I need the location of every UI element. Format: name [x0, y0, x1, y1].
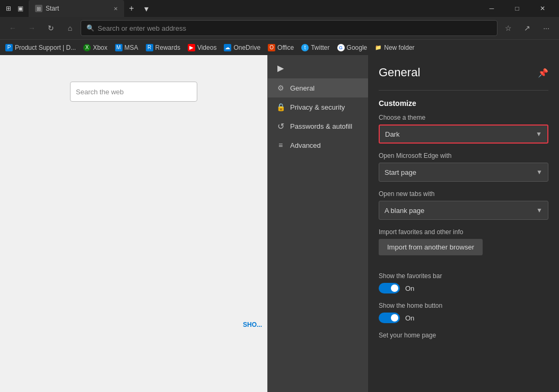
sidebar-item-privacy[interactable]: 🔒 Privacy & security [268, 97, 368, 117]
gear-icon: ⚙ [276, 84, 285, 92]
address-bar[interactable]: 🔍 Search or enter web address [81, 20, 497, 36]
title-bar-app-icons: ⊞ ▣ [4, 4, 24, 13]
fav-item-new-folder[interactable]: 📁 New folder [374, 44, 414, 51]
fav-label: Twitter [311, 44, 329, 51]
new-tab-label: Open new tabs with [379, 190, 548, 198]
chevron-down-icon: ▼ [536, 168, 543, 176]
fav-item-msa[interactable]: M MSA [115, 44, 138, 51]
maximize-button[interactable]: □ [505, 0, 529, 17]
fav-label: Product Support | D... [15, 44, 76, 51]
sidebar-item-label: General [290, 84, 315, 92]
tab-favicon: ⊞ [35, 5, 42, 12]
browser-content: Search the web SHO... [0, 55, 267, 392]
new-tab-value: A blank page [385, 207, 424, 215]
fav-item-videos[interactable]: ▶ Videos [188, 44, 216, 51]
search-box[interactable]: Search the web [70, 82, 197, 102]
advanced-icon: ≡ [276, 141, 285, 149]
theme-value: Dark [385, 130, 399, 138]
fav-item-google[interactable]: G Google [337, 44, 368, 51]
autofill-icon: ↺ [276, 122, 285, 130]
home-btn-toggle-row: On [379, 313, 548, 323]
home-btn-label: Show the home button [379, 302, 548, 309]
fav-item-twitter[interactable]: t Twitter [301, 44, 329, 51]
fav-favicon: G [337, 44, 345, 51]
open-with-select[interactable]: Start page ▼ [379, 163, 548, 182]
fav-favicon: P [5, 44, 13, 51]
address-text: Search or enter web address [98, 24, 186, 32]
import-browser-button[interactable]: Import from another browser [379, 239, 483, 255]
fav-label: OneDrive [233, 44, 260, 51]
fav-label: Videos [197, 44, 216, 51]
tab-label: Start [46, 5, 59, 12]
forward-button[interactable]: → [23, 20, 40, 37]
sidebar-item-passwords[interactable]: ↺ Passwords & autofill [268, 117, 368, 136]
customize-section-title: Customize [379, 99, 548, 108]
fav-item-xbox[interactable]: X Xbox [83, 44, 107, 51]
fav-label: Xbox [93, 44, 107, 51]
home-page-label: Set your home page [379, 332, 548, 339]
fav-item-rewards[interactable]: R Rewards [146, 44, 180, 51]
import-label: Import favorites and other info [379, 228, 548, 236]
back-button[interactable]: ← [4, 20, 21, 37]
tab-bar: ⊞ Start ✕ + ▾ [29, 0, 477, 17]
fav-label: MSA [125, 44, 138, 51]
fav-favicon: X [83, 44, 91, 51]
browser-tab[interactable]: ⊞ Start ✕ [29, 0, 124, 17]
divider [379, 90, 548, 91]
show-more-link[interactable]: SHO... [243, 321, 262, 328]
fav-favicon: O [268, 44, 275, 51]
title-bar: ⊞ ▣ ⊞ Start ✕ + ▾ ─ □ ✕ [0, 0, 559, 17]
settings-sidebar: ▶ ⚙ General 🔒 Privacy & security ↺ Passw… [267, 55, 368, 392]
sidebar-item-label: Passwords & autofill [290, 122, 352, 130]
sidebar-collapse-arrow[interactable]: ▶ [272, 59, 289, 76]
fav-item-office[interactable]: O Office [268, 44, 294, 51]
open-with-value: Start page [385, 168, 416, 176]
fav-favicon: M [115, 44, 123, 51]
sidebar-item-label: Privacy & security [290, 103, 345, 111]
more-button[interactable]: ··· [538, 20, 555, 37]
more-tabs-button[interactable]: ▾ [139, 1, 154, 16]
fav-bar-toggle-row: On [379, 283, 548, 293]
fav-favicon: ▶ [188, 44, 195, 51]
fav-favicon: 📁 [374, 44, 382, 51]
settings-title-row: General 📌 [379, 66, 548, 79]
nav-actions: ☆ ↗ ··· [500, 20, 555, 37]
theme-label: Choose a theme [379, 114, 548, 121]
fav-bar-toggle[interactable] [379, 283, 400, 293]
fav-favicon: t [301, 44, 309, 51]
open-with-label: Open Microsoft Edge with [379, 152, 548, 159]
home-btn-toggle[interactable] [379, 313, 400, 323]
sidebar-item-label: Advanced [290, 141, 321, 149]
fav-favicon: R [146, 44, 153, 51]
minimize-button[interactable]: ─ [479, 0, 504, 17]
sidebar-item-general[interactable]: ⚙ General [268, 78, 368, 97]
refresh-button[interactable]: ↻ [42, 20, 59, 37]
fav-bar-label: Show the favorites bar [379, 272, 548, 280]
window-controls: ─ □ ✕ [479, 0, 555, 17]
favorites-bar: P Product Support | D... X Xbox M MSA R … [0, 39, 559, 55]
new-tab-button[interactable]: + [124, 1, 139, 16]
new-tab-select[interactable]: A blank page ▼ [379, 201, 548, 220]
search-placeholder: Search the web [76, 88, 124, 96]
theme-select[interactable]: Dark ▼ [379, 124, 548, 144]
main-area: Search the web SHO... ▶ ⚙ General 🔒 Priv… [0, 55, 559, 392]
home-btn-toggle-label: On [405, 314, 414, 322]
fav-label: Rewards [155, 44, 180, 51]
tab-manager-icon[interactable]: ▣ [16, 4, 24, 13]
fav-item-onedrive[interactable]: ☁ OneDrive [224, 44, 260, 51]
settings-title-text: General [379, 66, 420, 79]
close-button[interactable]: ✕ [530, 0, 555, 17]
search-icon: 🔍 [86, 24, 94, 32]
nav-bar: ← → ↻ ⌂ 🔍 Search or enter web address ☆ … [0, 17, 559, 39]
tab-close-button[interactable]: ✕ [113, 6, 118, 12]
fav-item-product-support[interactable]: P Product Support | D... [5, 44, 76, 51]
favorites-button[interactable]: ☆ [500, 20, 517, 37]
lock-icon: 🔒 [276, 103, 285, 111]
sidebar-item-advanced[interactable]: ≡ Advanced [268, 136, 368, 155]
share-button[interactable]: ↗ [519, 20, 536, 37]
settings-panel: General 📌 Customize Choose a theme Dark … [368, 55, 559, 392]
home-button[interactable]: ⌂ [62, 20, 78, 37]
pin-button[interactable]: 📌 [538, 68, 548, 78]
chevron-down-icon: ▼ [536, 207, 543, 214]
fav-favicon: ☁ [224, 44, 231, 51]
